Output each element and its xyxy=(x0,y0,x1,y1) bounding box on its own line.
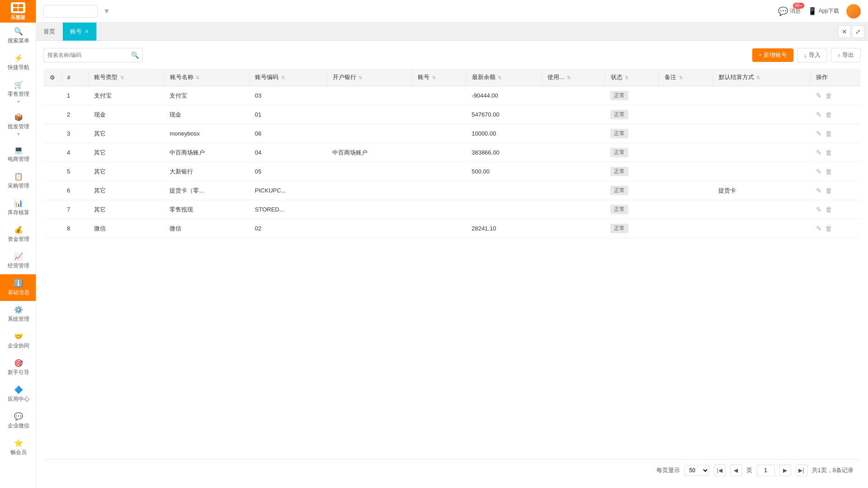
cell-actions: ✎ 🗑 xyxy=(811,219,861,238)
sidebar-item-label: 企业协同 xyxy=(8,342,29,350)
edit-icon[interactable]: ✎ xyxy=(816,149,822,157)
export-button[interactable]: ↑ 导出 xyxy=(831,48,861,62)
th-balance[interactable]: 最新余额 ⇅ xyxy=(466,69,542,86)
th-bank[interactable]: 开户银行 ⇅ xyxy=(327,69,412,86)
cell-default-settlement xyxy=(713,86,811,105)
delete-icon[interactable]: 🗑 xyxy=(826,168,832,176)
sidebar-item-finance[interactable]: 💰 资金管理 xyxy=(0,221,36,248)
cell-code: 04 xyxy=(250,143,327,162)
status-badge: 正常 xyxy=(610,110,628,119)
sidebar-item-operations[interactable]: 📈 经营管理 xyxy=(0,248,36,274)
delete-icon[interactable]: 🗑 xyxy=(826,206,832,214)
cell-num: 4 xyxy=(61,143,89,162)
tab-maximize-button[interactable]: ⤢ xyxy=(852,25,864,38)
page-last-button[interactable]: ▶| xyxy=(796,465,807,476)
notification-button[interactable]: 💬 消息 99+ xyxy=(778,6,801,16)
cell-default-settlement xyxy=(713,143,811,162)
sidebar-item-label: 库存核算 xyxy=(8,209,29,216)
cell-gear xyxy=(43,200,61,219)
sidebar: 乐惠版 🔍 搜索菜单 ⚡ 快捷导航 🛒 零售管理 ▼ 📦 批发管理 ▼ 💻 电商… xyxy=(0,0,36,488)
sidebar-item-search-menu[interactable]: 🔍 搜索菜单 xyxy=(0,23,36,49)
cell-code: PICKUPC... xyxy=(250,181,327,200)
status-badge: 正常 xyxy=(610,167,628,176)
cell-status: 正常 xyxy=(605,162,659,181)
search-box: 🔍 xyxy=(43,48,143,62)
edit-icon[interactable]: ✎ xyxy=(816,168,822,176)
retail-icon: 🛒 xyxy=(14,80,23,89)
svg-rect-0 xyxy=(13,4,18,7)
page-prev-button[interactable]: ◀ xyxy=(730,465,742,476)
edit-icon[interactable]: ✎ xyxy=(816,130,822,138)
sidebar-item-label: 资金管理 xyxy=(8,235,29,243)
cell-bank: 中百商场账户 xyxy=(327,143,412,162)
cell-balance: 383866.00 xyxy=(466,143,542,162)
page-next-button[interactable]: ▶ xyxy=(779,465,791,476)
sidebar-item-wholesale[interactable]: 📦 批发管理 ▼ xyxy=(0,108,36,141)
delete-icon[interactable]: 🗑 xyxy=(826,149,832,157)
sidebar-item-label: 基础信息 xyxy=(8,289,29,296)
edit-icon[interactable]: ✎ xyxy=(816,187,822,195)
edit-icon[interactable]: ✎ xyxy=(816,206,822,214)
delete-icon[interactable]: 🗑 xyxy=(826,187,832,195)
page-first-button[interactable]: |◀ xyxy=(714,465,726,476)
th-name[interactable]: 账号名称 ⇅ xyxy=(164,69,250,86)
delete-icon[interactable]: 🗑 xyxy=(826,111,832,119)
delete-icon[interactable]: 🗑 xyxy=(826,130,832,138)
edit-icon[interactable]: ✎ xyxy=(816,225,822,233)
edit-icon[interactable]: ✎ xyxy=(816,92,822,100)
sidebar-item-enterprise-agreement[interactable]: 🤝 企业协同 xyxy=(0,328,36,354)
import-button[interactable]: ↓ 导入 xyxy=(797,48,827,62)
mobile-icon: 📱 xyxy=(808,7,817,15)
cell-actions: ✎ 🗑 xyxy=(811,124,861,143)
delete-icon[interactable]: 🗑 xyxy=(826,92,832,100)
tab-close-all-button[interactable]: ✕ xyxy=(838,25,851,38)
cell-bank xyxy=(327,200,412,219)
search-button[interactable]: 🔍 xyxy=(127,48,142,62)
sidebar-item-new-guide[interactable]: 🎯 新手引导 xyxy=(0,354,36,381)
tab-home[interactable]: 首页 xyxy=(36,23,63,41)
app-logo: 乐惠版 xyxy=(0,0,36,23)
page-number-input[interactable] xyxy=(757,465,775,476)
sidebar-item-system[interactable]: ⚙️ 系统管理 xyxy=(0,301,36,328)
sidebar-item-purchase[interactable]: 📋 采购管理 xyxy=(0,168,36,194)
cell-code: 02 xyxy=(250,219,327,238)
th-usage[interactable]: 使用... ⇅ xyxy=(542,69,605,86)
sidebar-item-inventory[interactable]: 📊 库存核算 xyxy=(0,194,36,221)
cell-num: 7 xyxy=(61,200,89,219)
th-status[interactable]: 状态 ⇅ xyxy=(605,69,659,86)
cell-default-settlement xyxy=(713,200,811,219)
delete-icon[interactable]: 🗑 xyxy=(826,225,832,233)
topbar-dropdown-icon[interactable]: ▼ xyxy=(103,7,110,15)
tab-account[interactable]: 账号 ✕ xyxy=(63,23,97,41)
th-type[interactable]: 账号类型 ⇅ xyxy=(89,69,165,86)
sidebar-item-vip[interactable]: ⭐ 畅会员 xyxy=(0,434,36,461)
cell-account xyxy=(412,105,467,124)
avatar[interactable] xyxy=(846,4,861,19)
app-download-button[interactable]: 📱 App下载 xyxy=(808,7,839,15)
th-gear[interactable]: ⚙ xyxy=(43,69,61,86)
notification-label: 消息 xyxy=(790,7,801,15)
sidebar-item-retail[interactable]: 🛒 零售管理 ▼ xyxy=(0,76,36,108)
edit-icon[interactable]: ✎ xyxy=(816,111,822,119)
table-row: 5 其它 大新银行 05 500.00 正常 ✎ 🗑 xyxy=(43,162,861,181)
sidebar-item-enterprise-wechat[interactable]: 💬 企业微信 xyxy=(0,408,36,434)
sidebar-item-basic-info[interactable]: ℹ️ 基础信息 xyxy=(0,274,36,301)
search-input[interactable] xyxy=(44,52,127,58)
th-code[interactable]: 账号编码 ⇅ xyxy=(250,69,327,86)
ecommerce-icon: 💻 xyxy=(14,145,23,154)
sidebar-item-quick-nav[interactable]: ⚡ 快捷导航 xyxy=(0,49,36,76)
sidebar-item-ecommerce[interactable]: 💻 电商管理 xyxy=(0,141,36,168)
th-default-settlement[interactable]: 默认结算方式 ⇅ xyxy=(713,69,811,86)
th-account[interactable]: 账号 ⇅ xyxy=(412,69,467,86)
cell-name: 中百商场账户 xyxy=(164,143,250,162)
add-account-button[interactable]: + 新增账号 xyxy=(752,48,793,62)
sidebar-item-app-center[interactable]: 🔷 应用中心 xyxy=(0,381,36,408)
topbar: ▼ 💬 消息 99+ 📱 App下载 xyxy=(36,0,868,23)
toolbar-right: + 新增账号 ↓ 导入 ↑ 导出 xyxy=(752,48,861,62)
topbar-search-input[interactable] xyxy=(43,5,98,18)
sidebar-item-label: 企业微信 xyxy=(8,422,29,430)
page-size-select[interactable]: 50 100 200 xyxy=(684,465,709,476)
cell-account xyxy=(412,162,467,181)
tab-account-close[interactable]: ✕ xyxy=(85,28,89,35)
th-remark[interactable]: 备注 ⇅ xyxy=(659,69,713,86)
